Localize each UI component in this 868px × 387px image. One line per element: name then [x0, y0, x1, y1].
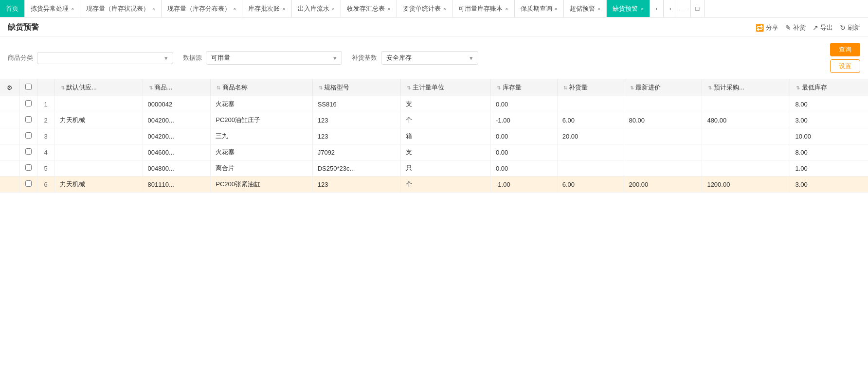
datasource-label: 数据源: [183, 53, 202, 62]
row-latest-price-3: [624, 144, 702, 160]
row-num-4: 5: [37, 160, 54, 176]
col-est-purchase[interactable]: ⇅ 预计采购...: [702, 79, 790, 96]
row-restock-1: 6.00: [557, 112, 624, 128]
col-unit-label: 主计量单位: [413, 84, 444, 91]
tab-3[interactable]: 现存量（库存分布表） ×: [162, 0, 242, 18]
row-supplier-5: 力天机械: [54, 176, 143, 193]
settings-button[interactable]: 设置: [830, 59, 860, 73]
col-est-purchase-label: 预计采购...: [714, 84, 744, 91]
tab-4[interactable]: 库存批次账 ×: [242, 0, 291, 18]
col-spec[interactable]: ⇅ 规格型号: [312, 79, 400, 96]
query-button[interactable]: 查询: [830, 43, 860, 56]
row-stock-4: 0.00: [491, 160, 558, 176]
select-all-checkbox[interactable]: [25, 84, 32, 90]
row-checkbox-cell-4[interactable]: [19, 160, 37, 176]
tab-10[interactable]: 超储预警 ×: [564, 0, 607, 18]
tab-maximize-button[interactable]: □: [691, 0, 705, 18]
tab-8-label: 可用量库存账本: [458, 4, 503, 13]
row-gear-cell-0: [0, 96, 19, 112]
tab-9-close[interactable]: ×: [555, 6, 558, 12]
row-supplier-3: [54, 144, 143, 160]
col-min-stock[interactable]: ⇅ 最低库存: [790, 79, 868, 96]
restock-label: 补货: [793, 23, 806, 32]
tab-9-label: 保质期查询: [521, 4, 552, 13]
row-checkbox-2[interactable]: [25, 132, 32, 139]
row-est-purchase-1: 480.00: [702, 112, 790, 128]
col-restock[interactable]: ⇅ 补货量: [557, 79, 624, 96]
row-latest-price-5: 200.00: [624, 176, 702, 193]
restock-base-select[interactable]: 安全库存 ▾: [381, 51, 478, 65]
row-checkbox-cell-1[interactable]: [19, 112, 37, 128]
row-spec-5: 123: [312, 176, 400, 193]
tab-6[interactable]: 收发存汇总表 ×: [341, 0, 397, 18]
table-row: 6 力天机械 801110... PC200张紧油缸 123 个 -1.00 6…: [0, 176, 868, 193]
tab-9[interactable]: 保质期查询 ×: [515, 0, 564, 18]
share-button[interactable]: 🔁 分享: [756, 23, 778, 32]
tab-prev-button[interactable]: ‹: [650, 0, 664, 18]
col-checkbox[interactable]: [19, 79, 37, 96]
share-label: 分享: [766, 23, 778, 32]
row-checkbox-1[interactable]: [25, 116, 32, 123]
table-row: 5 004800... 离合片 DS250*23c... 只 0.00 1.00: [0, 160, 868, 176]
tab-2[interactable]: 现存量（库存状况表） ×: [80, 0, 161, 18]
page-title: 缺货预警: [8, 22, 39, 33]
tab-11[interactable]: 缺货预警 ×: [607, 0, 650, 18]
filter-area: 商品分类 ▾ 数据源 可用量 ▾ 补货基数 安全库存 ▾ 查询 设置: [0, 37, 868, 79]
row-supplier-4: [54, 160, 143, 176]
col-spec-label: 规格型号: [324, 84, 349, 91]
restock-icon: ✎: [785, 24, 791, 32]
tab-8[interactable]: 可用量库存账本 ×: [452, 0, 514, 18]
col-name[interactable]: ⇅ 商品名称: [211, 79, 312, 96]
refresh-button[interactable]: ↻ 刷新: [840, 23, 860, 32]
tab-5-close[interactable]: ×: [332, 6, 335, 12]
tab-2-close[interactable]: ×: [152, 6, 155, 12]
tab-4-label: 库存批次账: [248, 4, 280, 13]
tab-1[interactable]: 拣货异常处理 ×: [25, 0, 80, 18]
export-icon: ↗: [813, 24, 818, 32]
tab-6-close[interactable]: ×: [387, 6, 390, 12]
category-filter-group: 商品分类 ▾: [8, 52, 173, 64]
tab-8-close[interactable]: ×: [505, 6, 508, 12]
export-button[interactable]: ↗ 导出: [813, 23, 833, 32]
row-supplier-2: [54, 128, 143, 144]
tab-10-close[interactable]: ×: [597, 6, 600, 12]
col-unit[interactable]: ⇅ 主计量单位: [400, 79, 490, 96]
row-name-4: 离合片: [211, 160, 312, 176]
tab-home[interactable]: 首页: [0, 0, 25, 18]
datasource-select[interactable]: 可用量 ▾: [206, 51, 342, 65]
restock-base-label: 补货基数: [352, 53, 377, 62]
col-latest-price[interactable]: ⇅ 最新进价: [624, 79, 702, 96]
tab-5-label: 出入库流水: [298, 4, 329, 13]
restock-button[interactable]: ✎ 补货: [785, 23, 806, 32]
row-checkbox-3[interactable]: [25, 148, 32, 155]
row-checkbox-5[interactable]: [25, 180, 32, 187]
row-checkbox-cell-2[interactable]: [19, 128, 37, 144]
col-code[interactable]: ⇅ 商品...: [143, 79, 211, 96]
tab-4-close[interactable]: ×: [282, 6, 285, 12]
category-select[interactable]: ▾: [37, 52, 173, 64]
row-checkbox-cell-3[interactable]: [19, 144, 37, 160]
col-gear[interactable]: ⚙: [0, 79, 19, 96]
row-min-stock-4: 1.00: [790, 160, 868, 176]
tab-7-close[interactable]: ×: [443, 6, 446, 12]
category-chevron-icon: ▾: [164, 54, 168, 62]
col-code-sort-icon: ⇅: [149, 85, 153, 90]
tab-7[interactable]: 要货单统计表 ×: [397, 0, 452, 18]
row-checkbox-4[interactable]: [25, 164, 32, 171]
tab-5[interactable]: 出入库流水 ×: [292, 0, 341, 18]
col-stock[interactable]: ⇅ 库存量: [491, 79, 558, 96]
restock-base-chevron-icon: ▾: [470, 54, 473, 62]
tab-1-close[interactable]: ×: [71, 6, 74, 12]
tab-next-button[interactable]: ›: [664, 0, 677, 18]
tab-3-close[interactable]: ×: [233, 6, 236, 12]
row-code-3: 004600...: [143, 144, 211, 160]
col-supplier[interactable]: ⇅ 默认供应...: [54, 79, 143, 96]
row-checkbox-0[interactable]: [25, 100, 32, 106]
col-name-label: 商品名称: [222, 84, 248, 91]
row-checkbox-cell-5[interactable]: [19, 176, 37, 193]
tab-minimize-button[interactable]: —: [677, 0, 691, 18]
table-body: 1 0000042 火花塞 SS816 支 0.00 8.00 2 力天机械 0…: [0, 96, 868, 193]
row-checkbox-cell-0[interactable]: [19, 96, 37, 112]
row-code-5: 801110...: [143, 176, 211, 193]
tab-11-close[interactable]: ×: [640, 6, 643, 12]
